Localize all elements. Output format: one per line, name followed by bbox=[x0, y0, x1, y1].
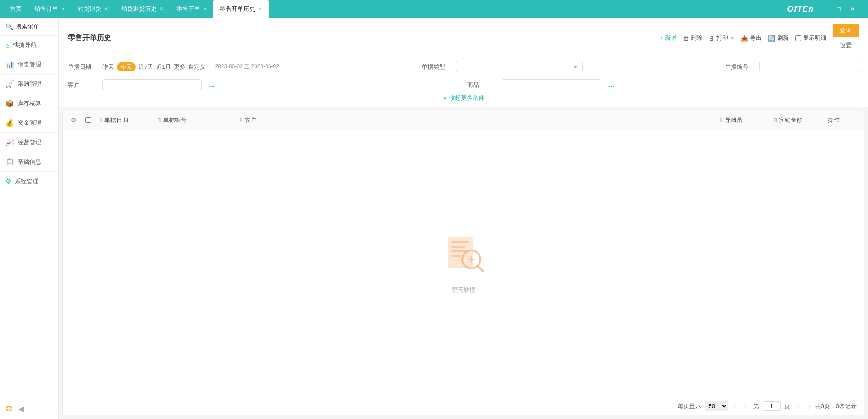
tab-retail-open-label: 零售开单 bbox=[176, 5, 200, 13]
column-settings-icon[interactable]: ⚙ bbox=[66, 117, 81, 123]
svg-rect-2 bbox=[451, 246, 465, 248]
pg-prev[interactable]: ＜ bbox=[740, 402, 749, 410]
svg-rect-4 bbox=[451, 255, 461, 257]
sidebar-search[interactable]: 🔍 搜索采单 bbox=[0, 18, 58, 36]
sidebar-bottom: ⚙ ◀ bbox=[0, 398, 58, 419]
pg-last[interactable]: ⟩ bbox=[806, 403, 811, 410]
settings-icon[interactable]: ⚙ bbox=[5, 404, 13, 414]
tab-sales-return[interactable]: 销货退货 ✕ bbox=[71, 0, 115, 18]
date-range: 2023-06-02 至 2023-06-02 bbox=[215, 63, 279, 71]
goods-ellipsis[interactable]: ... bbox=[608, 81, 614, 89]
tab-retail-open[interactable]: 零售开单 ✕ bbox=[170, 0, 213, 18]
collapse-sidebar-icon[interactable]: ◀ bbox=[18, 405, 24, 413]
window-close[interactable]: ✕ bbox=[850, 5, 855, 13]
sidebar-item-base-info[interactable]: 📋 基础信息 bbox=[0, 152, 58, 172]
tab-sales-return-label: 销货退货 bbox=[78, 5, 101, 13]
sidebar: 🔍 搜索采单 ⌂ 快捷导航 📊 销售管理 🛒 采购管理 📦 库存核算 💰 资金管… bbox=[0, 18, 59, 419]
order-type-label: 单据类型 bbox=[422, 63, 449, 71]
pagination: 每页显示 50 10 20 100 ⟨ ＜ 第 页 ＞ ⟩ 共0页，0条记录 bbox=[63, 397, 864, 415]
shortcut-more[interactable]: 更多 bbox=[174, 63, 185, 71]
sidebar-item-purchase-mgmt[interactable]: 🛒 采购管理 bbox=[0, 75, 58, 94]
shortcut-today[interactable]: 今天 bbox=[117, 62, 136, 71]
sidebar-item-sys-mgmt[interactable]: ⚙ 系统管理 bbox=[0, 172, 58, 191]
pg-first[interactable]: ⟨ bbox=[732, 403, 737, 410]
customer-label: 客户 bbox=[68, 81, 95, 89]
sort-icon-guide[interactable]: ⇅ bbox=[719, 117, 723, 123]
tab-sales-order[interactable]: 销售订单 ✕ bbox=[28, 0, 71, 18]
table-container: ⚙ ⇅ 单据日期 ⇅ 单据编号 ⇅ 客户 ⇅ 导购员 bbox=[62, 111, 864, 415]
collapse-label: 收起更多条件 bbox=[449, 94, 484, 102]
search-icon: 🔍 bbox=[5, 23, 13, 30]
customer-ellipsis[interactable]: ... bbox=[209, 81, 215, 89]
goods-input[interactable] bbox=[502, 79, 601, 90]
tab-sales-return-history-label: 销货退货历史 bbox=[121, 5, 157, 13]
th-actions: 操作 bbox=[824, 116, 860, 124]
brand-text: OfTEn bbox=[787, 5, 814, 14]
top-tabbar: 首页 销售订单 ✕ 销货退货 ✕ 销货退货历史 ✕ 零售开单 ✕ 零售开单历史 … bbox=[0, 0, 868, 18]
order-type-select[interactable] bbox=[456, 61, 583, 72]
order-no-input[interactable] bbox=[759, 61, 859, 72]
show-detail-checkbox[interactable]: 显示明细 bbox=[795, 34, 826, 42]
tab-sales-return-history-close[interactable]: ✕ bbox=[159, 6, 164, 12]
page-suffix: 页 bbox=[784, 402, 790, 410]
print-button[interactable]: 🖨 打印 ▼ bbox=[709, 34, 735, 42]
page-input[interactable] bbox=[763, 401, 781, 411]
shortcut-1month[interactable]: 近1月 bbox=[156, 63, 171, 71]
add-button[interactable]: + 新增 bbox=[660, 34, 677, 42]
window-minimize[interactable]: ─ bbox=[823, 5, 828, 13]
refresh-button[interactable]: 🔄 刷新 bbox=[768, 34, 789, 42]
window-maximize[interactable]: □ bbox=[837, 5, 841, 13]
box-icon: 📦 bbox=[5, 99, 14, 108]
sort-icon-order-no[interactable]: ⇅ bbox=[158, 117, 162, 123]
sidebar-item-base-info-label: 基础信息 bbox=[18, 158, 41, 166]
filter-area: 单据日期 昨天 今天 近7天 近1月 更多 自定义 2023-06-02 至 2… bbox=[59, 56, 868, 107]
tab-sales-return-history[interactable]: 销货退货历史 ✕ bbox=[115, 0, 170, 18]
sidebar-item-sales-mgmt[interactable]: 📊 销售管理 bbox=[0, 55, 58, 75]
sidebar-item-operations[interactable]: 📈 经营管理 bbox=[0, 133, 58, 152]
tab-sales-return-close[interactable]: ✕ bbox=[104, 6, 109, 12]
shortcut-custom[interactable]: 自定义 bbox=[188, 63, 206, 71]
date-filter-label: 单据日期 bbox=[68, 63, 95, 71]
refresh-icon: 🔄 bbox=[768, 35, 775, 42]
sort-icon-amount[interactable]: ⇅ bbox=[773, 117, 778, 123]
customer-input[interactable] bbox=[102, 79, 202, 90]
sidebar-item-inventory[interactable]: 📦 库存核算 bbox=[0, 94, 58, 113]
page-title: 零售开单历史 bbox=[68, 33, 111, 43]
tab-retail-history-close[interactable]: ✕ bbox=[258, 6, 262, 12]
query-button[interactable]: 查询 bbox=[833, 24, 859, 37]
sort-icon-date[interactable]: ⇅ bbox=[99, 117, 103, 123]
gear-icon: ⚙ bbox=[5, 177, 11, 185]
tab-home[interactable]: 首页 bbox=[4, 0, 28, 18]
tab-retail-open-close[interactable]: ✕ bbox=[203, 6, 207, 12]
sidebar-item-finance-label: 资金管理 bbox=[18, 119, 41, 127]
th-amount: ⇅ 实销金额 bbox=[770, 116, 824, 124]
delete-button[interactable]: 🗑 删除 bbox=[683, 34, 702, 42]
sidebar-item-inventory-label: 库存核算 bbox=[18, 99, 41, 108]
tab-home-label: 首页 bbox=[10, 5, 22, 13]
toolbar: + 新增 🗑 删除 🖨 打印 ▼ 📤 导出 🔄 刷新 bbox=[660, 24, 859, 52]
export-button[interactable]: 📤 导出 bbox=[741, 34, 762, 42]
select-all-checkbox[interactable] bbox=[81, 117, 95, 123]
sidebar-item-finance[interactable]: 💰 资金管理 bbox=[0, 113, 58, 133]
trend-icon: 📈 bbox=[5, 138, 14, 146]
goods-label: 商品 bbox=[467, 81, 494, 89]
pg-next[interactable]: ＞ bbox=[794, 402, 803, 410]
empty-illustration bbox=[439, 232, 489, 279]
sidebar-item-quick-nav[interactable]: ⌂ 快捷导航 bbox=[0, 36, 58, 55]
sort-icon-customer[interactable]: ⇅ bbox=[239, 117, 243, 123]
tab-sales-order-close[interactable]: ✕ bbox=[61, 6, 65, 12]
tab-retail-history[interactable]: 零售开单历史 ✕ bbox=[213, 0, 269, 18]
shortcut-yesterday[interactable]: 昨天 bbox=[102, 63, 114, 71]
shortcut-7days[interactable]: 近7天 bbox=[138, 63, 153, 71]
date-shortcuts: 昨天 今天 近7天 近1月 更多 自定义 bbox=[102, 62, 206, 71]
settings-button[interactable]: 设置 bbox=[833, 39, 859, 52]
show-detail-input[interactable] bbox=[795, 35, 801, 41]
per-page-select[interactable]: 50 10 20 100 bbox=[705, 401, 728, 411]
print-dropdown-icon[interactable]: ▼ bbox=[730, 36, 735, 41]
table-header: ⚙ ⇅ 单据日期 ⇅ 单据编号 ⇅ 客户 ⇅ 导购员 bbox=[63, 111, 864, 129]
page-header: 零售开单历史 + 新增 🗑 删除 🖨 打印 ▼ 📤 导出 bbox=[59, 18, 868, 56]
collapse-filter-button[interactable]: ∧ 收起更多条件 bbox=[68, 94, 859, 102]
sidebar-item-quick-nav-label: 快捷导航 bbox=[13, 41, 37, 49]
select-all-input[interactable] bbox=[85, 117, 91, 123]
th-guide: ⇅ 导购员 bbox=[716, 116, 770, 124]
